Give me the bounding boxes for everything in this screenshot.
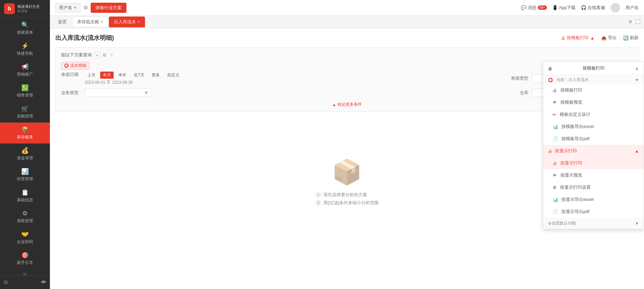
logo-text: 畅捷通好生意 标准版 <box>18 4 40 14</box>
dropdown-display-pdf[interactable]: 📄 按显示导出pdf <box>543 206 644 218</box>
sidebar-item-基础信息[interactable]: 📋基础信息 <box>0 185 50 206</box>
app-download-label: App下载 <box>559 5 576 11</box>
dropdown-template-excel[interactable]: 📊 按模板导出excel <box>543 121 644 133</box>
dropdown-template-print[interactable]: 🖨 按模板打印 <box>543 84 644 96</box>
nav-label-2: 营销推广 <box>17 72 33 77</box>
dropdown-collapse-btn[interactable]: ▲ <box>635 66 639 71</box>
industry-btn[interactable]: 体验行业方案 <box>91 3 126 13</box>
tpl-print-icon: 🖨 <box>553 88 557 93</box>
sidebar-item-快捷导航[interactable]: ⚡快捷导航 <box>0 39 50 60</box>
sidebar-item-采购管理[interactable]: 🛒采购管理 <box>0 102 50 123</box>
refresh-btn[interactable]: 🔄 刷新 <box>623 35 639 41</box>
dropdown-template-design[interactable]: ✏ 模板自定义设计 <box>543 108 644 121</box>
tab-flow[interactable]: 出入库流水 ✕ <box>109 17 145 27</box>
chevron-down-biz-icon: ▼ <box>144 90 148 95</box>
tpl-pdf-icon: 📄 <box>553 136 558 141</box>
sidebar-item-企业协同[interactable]: 🤝企业协同 <box>0 227 50 248</box>
avatar[interactable] <box>611 3 620 12</box>
tab-home[interactable]: 首页 <box>53 17 71 27</box>
nav-icon-11: 🎯 <box>21 252 29 259</box>
online-service-label: 在线客服 <box>588 5 605 11</box>
disp-settings-label: 按显示打印设置 <box>560 184 591 190</box>
sidebar-item-库存核算[interactable]: 📦库存核算 <box>0 123 50 143</box>
tab-close-inventory[interactable]: ✕ <box>100 20 103 24</box>
nav-label-5: 库存核算 <box>17 134 33 140</box>
date-to: 2023-06-30 <box>112 80 133 85</box>
message-label: 消息 <box>528 5 536 11</box>
sidebar-settings-icon[interactable]: ⚙ <box>3 279 8 286</box>
phone-icon: 📱 <box>552 5 558 10</box>
nav-label-6: 资金管理 <box>17 155 33 161</box>
date-btn-上月[interactable]: 上月 <box>85 72 98 79</box>
export-btn[interactable]: 📤 导出 <box>601 35 617 41</box>
empty-steps-list: 1 请先选择要分析的方案 2 用[过滤]条件来缩小分析范围 <box>315 192 378 208</box>
sidebar-item-系统管理[interactable]: ⚙系统管理 <box>0 206 50 227</box>
dropdown-display-preview[interactable]: 👁 按显示预览 <box>543 169 644 181</box>
message-icon: 💬 <box>521 5 526 10</box>
online-service-btn[interactable]: 🎧 在线客服 <box>581 5 605 11</box>
date-btn-更多[interactable]: 更多 <box>149 72 163 79</box>
tab-close-all-btn[interactable]: ✕ <box>628 19 633 25</box>
print-dropdown-panel: 🖨 按模板打印 ▲ ⭕ 当前：出入库流水 ▼ 🖨 按模板打印 👁 按模板预览 ✏… <box>543 61 644 229</box>
message-btn[interactable]: 💬 消息 99+ <box>521 5 547 11</box>
current-icon: ⭕ <box>548 78 553 82</box>
dropdown-template-preview[interactable]: 👁 按模板预览 <box>543 96 644 108</box>
app-name: 畅捷通好生意 <box>18 4 40 9</box>
app-download-btn[interactable]: 📱 App下载 <box>552 5 576 11</box>
dropdown-display-section[interactable]: 🖨 按显示打印 ▲ <box>543 145 644 157</box>
dropdown-display-settings[interactable]: ⚙ 按显示打印设置 <box>543 181 644 193</box>
print-icon: 🖨 <box>561 35 565 41</box>
date-btn-本月[interactable]: 本月 <box>100 72 114 79</box>
current-arrow[interactable]: ▼ <box>635 78 639 82</box>
dropdown-template-pdf[interactable]: 📄 按模板导出pdf <box>543 133 644 145</box>
tab-close-flow[interactable]: ✕ <box>137 20 140 24</box>
tpl-excel-label: 按模板导出excel <box>561 124 593 130</box>
empty-step-2-text: 用[过滤]条件来缩小分析范围 <box>323 200 378 206</box>
default-icon: ⚙ <box>548 221 552 226</box>
tpl-design-icon: ✏ <box>553 112 556 117</box>
sidebar-item-新手引导[interactable]: 🎯新手引导 <box>0 248 50 269</box>
nav-icon-9: ⚙ <box>22 210 28 217</box>
filter-settings-btn[interactable]: ⚙ <box>103 53 107 58</box>
dropdown-display-print[interactable]: 🖨 按显示打印 <box>543 157 644 169</box>
filter-add-btn[interactable]: + <box>94 52 100 58</box>
filter-prefix-label: 按以下方案查询 <box>61 52 92 58</box>
date-btn-自定义[interactable]: 自定义 <box>165 72 182 79</box>
sidebar-item-资金管理[interactable]: 💰资金管理 <box>0 143 50 164</box>
tab-expand-btn[interactable]: ⛶ <box>635 19 641 25</box>
filter-tag-flow[interactable]: ⭕ 流水明细 <box>61 62 89 70</box>
page-title-row: 出入库流水(流水明细) 🖨 按模板打印 ▲ | 📤 导出 | 🔄 <box>55 34 639 42</box>
filter-collapse-left-btn[interactable]: 《 <box>109 52 113 58</box>
dropdown-default-footer[interactable]: ⚙ 设置默认功能 ▼ <box>543 218 644 229</box>
tab-inventory-batch[interactable]: 库存批次账 ✕ <box>72 17 108 27</box>
date-btn-本年[interactable]: 本年 <box>116 72 129 79</box>
date-btn-近7天[interactable]: 近7天 <box>131 72 147 79</box>
nav-icon-8: 📋 <box>21 189 29 196</box>
nav-icon-3: 💹 <box>21 84 29 91</box>
nav-label-4: 采购管理 <box>17 113 33 119</box>
header-right: 💬 消息 99+ 📱 App下载 🎧 在线客服 用户名 <box>521 3 639 12</box>
filter-warehouse-label: 仓库 <box>520 90 528 96</box>
collapse-btn[interactable]: ▲ 收起更多条件 <box>332 102 362 107</box>
sidebar-item-销售管理[interactable]: 💹销售管理 <box>0 81 50 102</box>
nav-icon-12: 📱 <box>21 272 29 275</box>
filter-date-group: 单据日期 上月本月本年近7天更多自定义 2023-06-01 至 2023-06… <box>61 72 182 85</box>
dropdown-display-excel[interactable]: 📊 按显示导出excel <box>543 193 644 206</box>
filter-biz-select[interactable]: ▼ <box>85 88 152 97</box>
settings-icon[interactable]: ⚙ <box>83 4 88 11</box>
sidebar-item-应用中心[interactable]: 📱应用中心 <box>0 269 50 275</box>
sidebar-item-营销推广[interactable]: 📢营销推广 <box>0 60 50 81</box>
sidebar-collapse-icon[interactable]: ◀▶ <box>40 279 47 286</box>
nav-label-1: 快捷导航 <box>17 51 33 56</box>
filter-search-label: 按以下方案查询 + ⚙ 《 <box>61 52 113 58</box>
user-selector[interactable]: 用户名 ▼ <box>55 3 81 12</box>
main-content: 用户名 ▼ ⚙ 体验行业方案 💬 消息 99+ 📱 App下载 🎧 在线客服 用… <box>50 0 644 289</box>
sidebar: b 畅捷通好生意 标准版 🔍搜索菜单⚡快捷导航📢营销推广💹销售管理🛒采购管理📦库… <box>0 0 50 289</box>
sidebar-logo: b 畅捷通好生意 标准版 <box>0 0 50 18</box>
print-template-btn[interactable]: 🖨 按模板打印 ▲ <box>561 35 594 41</box>
print-template-label: 按模板打印 <box>567 35 589 41</box>
display-section-label: 按显示打印 <box>555 148 577 154</box>
empty-step-1: 1 请先选择要分析的方案 <box>315 192 378 198</box>
sidebar-item-搜索菜单[interactable]: 🔍搜索菜单 <box>0 18 50 39</box>
sidebar-item-经营管理[interactable]: 📊经营管理 <box>0 164 50 185</box>
